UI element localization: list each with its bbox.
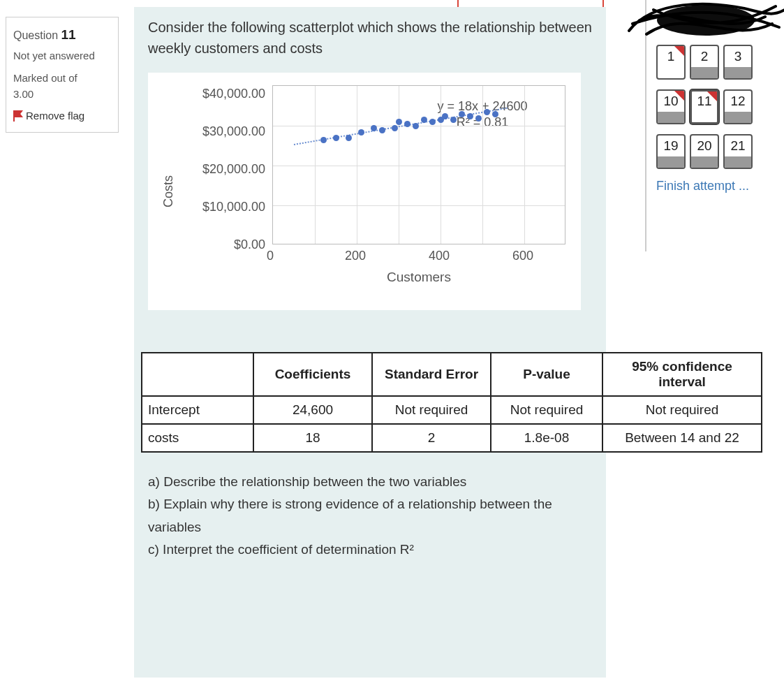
table-row: Intercept 24,600 Not required Not requir… [142, 396, 762, 424]
data-point [467, 113, 473, 119]
data-point [475, 115, 482, 122]
nav-question-1[interactable]: 1 [656, 45, 686, 80]
scatter-chart: Costs $40,000.00 $30,000.00 $20,000.00 $… [148, 73, 581, 310]
table-row: costs 18 2 1.8e-08 Between 14 and 22 [142, 424, 762, 452]
data-point [392, 125, 398, 131]
data-point [396, 119, 402, 125]
data-point [442, 113, 448, 119]
y-tick-labels: $40,000.00 $30,000.00 $20,000.00 $10,000… [188, 87, 265, 275]
data-point [413, 123, 419, 129]
data-point [333, 135, 339, 141]
question-prompt: Consider the following scatterplot which… [148, 17, 592, 59]
question-status: Not yet answered [13, 47, 111, 64]
question-info-panel: Question 11 Not yet answered Marked out … [6, 17, 119, 133]
marked-out-of: Marked out of 3.00 [13, 70, 111, 103]
nav-question-2[interactable]: 2 [690, 45, 719, 80]
plot-area: y = 18x + 24600 R² = 0.81 [272, 85, 565, 244]
nav-question-10[interactable]: 10 [656, 89, 686, 124]
data-point [358, 129, 364, 136]
data-point [484, 109, 490, 115]
sub-question-b: b) Explain why there is strong evidence … [148, 493, 592, 539]
sub-question-c: c) Interpret the coefficient of determin… [148, 539, 592, 561]
question-title: Question 11 [13, 24, 111, 45]
remove-flag-link[interactable]: Remove flag [13, 108, 111, 124]
sub-questions: a) Describe the relationship between the… [148, 471, 592, 561]
nav-question-3[interactable]: 3 [723, 45, 753, 80]
data-point [459, 111, 465, 117]
regression-table: Coefficients Standard Error P-value 95% … [141, 352, 762, 453]
data-point [346, 135, 352, 141]
nav-question-19[interactable]: 19 [656, 134, 686, 169]
question-number: 11 [61, 27, 76, 42]
data-point [371, 125, 377, 131]
flag-icon [13, 110, 23, 122]
nav-question-20[interactable]: 20 [690, 134, 719, 169]
data-point [492, 111, 498, 117]
question-label: Question [13, 29, 58, 41]
y-axis-label: Costs [161, 175, 176, 207]
nav-grid: 123101112192021 [656, 45, 784, 169]
x-axis-label: Customers [272, 270, 565, 285]
data-point [320, 137, 327, 143]
quiz-navigation: 123101112192021 Finish attempt ... [645, 0, 784, 251]
nav-question-12[interactable]: 12 [723, 89, 753, 124]
finish-attempt-link[interactable]: Finish attempt ... [656, 179, 784, 193]
scribble-overlay [626, 0, 784, 45]
question-content: Consider the following scatterplot which… [134, 7, 606, 678]
nav-question-21[interactable]: 21 [723, 134, 753, 169]
table-header-row: Coefficients Standard Error P-value 95% … [142, 353, 762, 396]
data-point [379, 127, 385, 133]
svg-point-0 [657, 5, 755, 36]
sub-question-a: a) Describe the relationship between the… [148, 471, 592, 493]
nav-question-11[interactable]: 11 [690, 89, 719, 124]
